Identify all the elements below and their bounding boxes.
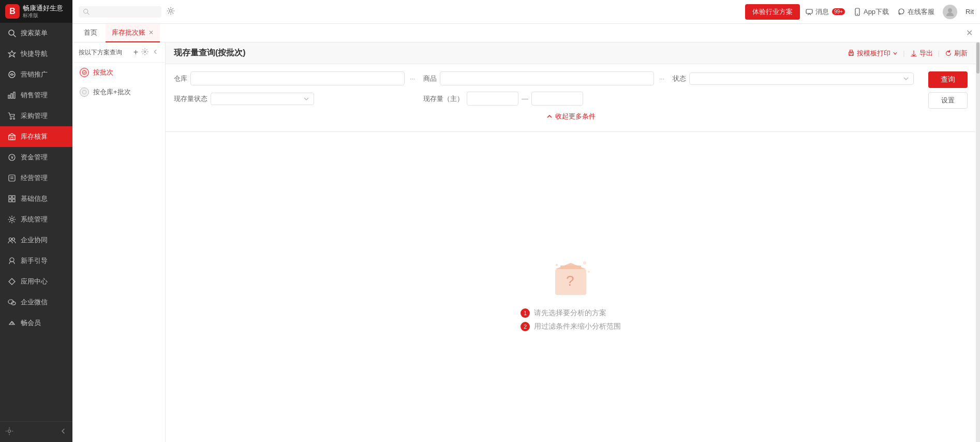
vip-icon: V <box>7 318 17 328</box>
svg-point-22 <box>12 238 15 241</box>
online-service-btn[interactable]: 在线客服 <box>897 7 934 17</box>
topbar: 体验行业方案 消息 99+ App下载 在线客服 Rit <box>72 0 980 24</box>
query-button[interactable]: 查询 <box>928 71 968 88</box>
sidebar-collapse-btn[interactable] <box>59 427 67 437</box>
sidebar-label-enterprise: 企业协同 <box>21 235 48 245</box>
newbie-icon <box>7 256 17 266</box>
tab-close-icon[interactable]: ✕ <box>149 30 154 36</box>
filter-row-2: 现存量状态 现存量（主） — <box>174 92 914 106</box>
sidebar-label-quicknav: 快捷导航 <box>21 49 48 58</box>
refresh-btn[interactable]: 刷新 <box>945 49 968 58</box>
panel-close-icon[interactable]: ✕ <box>964 28 975 38</box>
svg-rect-45 <box>560 266 581 269</box>
filter-actions: 查询 设置 <box>928 71 968 109</box>
online-service-label: 在线客服 <box>908 7 934 17</box>
main-area: 体验行业方案 消息 99+ App下载 在线客服 Rit 首页 <box>72 0 980 442</box>
svg-line-1 <box>13 35 16 37</box>
sidebar-item-system[interactable]: 系统管理 <box>0 209 72 230</box>
topbar-search-box[interactable] <box>79 6 161 18</box>
sidebar-item-basic[interactable]: 基础信息 <box>0 188 72 209</box>
svg-point-20 <box>11 218 13 221</box>
tab-home-label: 首页 <box>84 28 97 37</box>
scheme-panel: 按以下方案查询 + 按批次 <box>72 42 166 442</box>
topbar-settings-icon[interactable] <box>167 7 175 17</box>
finance-icon: ¥ <box>7 153 17 162</box>
product-input[interactable] <box>440 71 654 85</box>
sidebar-label-vip: 畅会员 <box>21 318 41 328</box>
sidebar-item-enterprise[interactable]: 企业协同 <box>0 230 72 251</box>
sidebar-item-newbie[interactable]: 新手引导 <box>0 251 72 271</box>
svg-line-31 <box>87 13 89 14</box>
warehouse-more-btn[interactable]: ··· <box>410 75 415 82</box>
sidebar-item-marketing[interactable]: 营销推广 <box>0 64 72 85</box>
tab-inventory-batch[interactable]: 库存批次账 ✕ <box>106 24 160 42</box>
user-avatar[interactable] <box>943 5 957 19</box>
svg-point-8 <box>13 118 15 120</box>
sidebar-item-search[interactable]: 搜索菜单 <box>0 23 72 43</box>
scheme-item-batch[interactable]: 按批次 <box>72 63 165 82</box>
sidebar-label-finance: 资金管理 <box>21 153 48 162</box>
tab-home[interactable]: 首页 <box>78 24 103 42</box>
status-select[interactable] <box>689 72 914 85</box>
sidebar-footer <box>0 421 72 442</box>
scheme-header-actions: + <box>133 48 159 57</box>
phone-icon <box>853 8 862 16</box>
svg-point-29 <box>8 430 11 433</box>
settings-button[interactable]: 设置 <box>928 92 968 109</box>
inv-qty-from[interactable] <box>467 92 518 106</box>
filter-group-status: 状态 <box>673 72 914 85</box>
messages-btn[interactable]: 消息 99+ <box>805 7 845 17</box>
sidebar-item-vip[interactable]: V 畅会员 <box>0 313 72 333</box>
inv-qty-to[interactable] <box>531 92 583 106</box>
messages-label: 消息 <box>815 7 829 17</box>
svg-point-21 <box>9 238 12 241</box>
scheme-warehouse-batch-label: 按仓库+批次 <box>93 87 131 97</box>
right-scrollbar[interactable] <box>976 42 980 442</box>
sidebar-item-weixin[interactable]: 企业微信 <box>0 292 72 313</box>
sidebar-settings-btn[interactable] <box>5 427 13 437</box>
page-title: 现存量查询(按批次) <box>174 48 246 58</box>
export-btn[interactable]: 导出 <box>910 49 933 58</box>
sidebar-item-inventory[interactable]: 库存核算 <box>0 126 72 147</box>
svg-rect-18 <box>9 199 11 202</box>
warehouse-input[interactable] <box>190 71 405 85</box>
sidebar-item-sales[interactable]: 销售管理 <box>0 85 72 106</box>
svg-text:¥: ¥ <box>10 155 14 160</box>
sidebar-item-finance[interactable]: ¥ 资金管理 <box>0 147 72 168</box>
svg-point-32 <box>170 10 172 12</box>
filter-group-warehouse: 仓库 ··· <box>174 71 415 85</box>
sidebar: B 畅康通好生意 标准版 搜索菜单 快捷导航 营销推广 <box>0 0 72 442</box>
scheme-panel-title: 按以下方案查询 <box>79 48 122 57</box>
system-icon <box>7 215 17 224</box>
scheme-collapse-btn[interactable] <box>152 48 159 57</box>
scheme-add-btn[interactable]: + <box>133 48 138 57</box>
page-title-actions: 按模板打印 | 导出 | 刷新 <box>848 49 968 58</box>
svg-marker-24 <box>9 278 15 285</box>
empty-tips: 1 请先选择要分析的方案 2 用过滤条件来缩小分析范围 <box>521 308 621 331</box>
svg-rect-17 <box>12 196 15 198</box>
scheme-item-warehouse-batch[interactable]: 按仓库+批次 <box>72 82 165 102</box>
svg-point-47 <box>556 264 558 266</box>
scrollbar-thumb[interactable] <box>976 42 979 73</box>
sidebar-item-quicknav[interactable]: 快捷导航 <box>0 43 72 64</box>
sidebar-label-apps: 应用中心 <box>21 277 48 286</box>
sidebar-item-purchase[interactable]: 采购管理 <box>0 106 72 126</box>
product-more-btn[interactable]: ··· <box>659 75 664 82</box>
tip-num-2: 2 <box>521 322 530 331</box>
tip-text-2: 用过滤条件来缩小分析范围 <box>534 322 621 331</box>
app-download-btn[interactable]: App下载 <box>853 7 889 17</box>
sidebar-item-management[interactable]: 经营管理 <box>0 168 72 188</box>
inv-status-label: 现存量状态 <box>174 94 207 104</box>
collapse-btn[interactable]: 收起更多条件 <box>174 109 968 124</box>
inv-status-select[interactable] <box>211 93 314 105</box>
print-btn[interactable]: 按模板打印 <box>848 49 898 58</box>
refresh-label: 刷新 <box>954 49 968 58</box>
trial-button[interactable]: 体验行业方案 <box>745 4 800 20</box>
scheme-setting-btn[interactable] <box>141 48 149 57</box>
sidebar-item-apps[interactable]: 应用中心 <box>0 271 72 292</box>
svg-point-49 <box>588 271 590 273</box>
svg-point-48 <box>583 261 586 264</box>
empty-area: ? 1 请先选择要分析的方案 2 用过滤条件来缩小分析范围 <box>166 132 976 442</box>
topbar-search-input[interactable] <box>92 8 143 16</box>
svg-text:?: ? <box>566 273 574 289</box>
